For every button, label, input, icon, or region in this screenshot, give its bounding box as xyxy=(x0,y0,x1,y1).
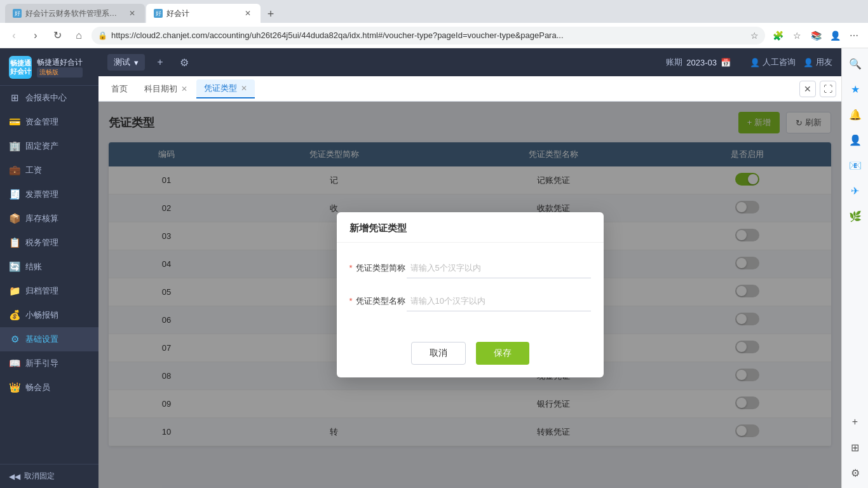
settings-icon: ⚙ xyxy=(9,334,20,345)
browser-tab-2-favicon: 好 xyxy=(154,9,163,18)
right-outlook-icon[interactable]: 📧 xyxy=(845,155,865,175)
sidebar-label-dashboard: 会报表中心 xyxy=(25,92,67,104)
right-search-icon[interactable]: 🔍 xyxy=(845,53,865,74)
new-tab-button[interactable]: + xyxy=(262,5,280,23)
sidebar-cancel-fixed[interactable]: ◀◀ 取消固定 xyxy=(0,464,98,488)
browser-tab-1[interactable]: 好 好会计云财务软件管理系统_会计 ✕ xyxy=(5,4,145,23)
browser-tab-1-favicon: 好 xyxy=(13,9,22,18)
toolbar-actions: 🧩 ☆ 📚 👤 ⋯ xyxy=(769,27,863,44)
sidebar-item-dashboard[interactable]: ⊞ 会报表中心 xyxy=(0,86,98,110)
extensions-button[interactable]: 🧩 xyxy=(769,27,787,44)
form-row-name: * 凭证类型名称 xyxy=(349,291,591,311)
favorites-button[interactable]: ☆ xyxy=(788,27,806,44)
browser-toolbar: ‹ › ↻ ⌂ 🔒 https://cloud2.chanjet.com/acc… xyxy=(0,23,868,48)
sidebar-item-capital[interactable]: 💳 资金管理 xyxy=(0,110,98,134)
abbr-label: * 凭证类型简称 xyxy=(349,262,407,274)
sidebar-label-inventory: 库存核算 xyxy=(25,213,58,224)
payroll-icon: 💼 xyxy=(9,165,20,176)
browser-chrome: 好 好会计云财务软件管理系统_会计 ✕ 好 好会计 ✕ + ‹ › ↻ ⌂ 🔒 … xyxy=(0,0,868,48)
inventory-icon: 📦 xyxy=(9,213,20,224)
add-voucher-type-modal: 新增凭证类型 * 凭证类型简称 * xyxy=(337,212,604,377)
period-calendar-icon[interactable]: 📅 xyxy=(721,58,731,67)
tab-voucher-type-close[interactable]: ✕ xyxy=(241,84,247,93)
consult-label: 人工咨询 xyxy=(763,57,796,68)
profile-button[interactable]: 👤 xyxy=(826,27,844,44)
tab-subject-period[interactable]: 科目期初 ✕ xyxy=(137,79,195,98)
sidebar-label-member: 畅会员 xyxy=(25,382,50,393)
sidebar-label-tax: 税务管理 xyxy=(25,237,58,248)
sidebar-item-checkout[interactable]: 🔄 结账 xyxy=(0,255,98,279)
collections-button[interactable]: 📚 xyxy=(807,27,825,44)
add-company-button[interactable]: + xyxy=(151,53,169,71)
right-icon-2[interactable]: 🔔 xyxy=(845,104,865,125)
sidebar-item-member[interactable]: 👑 畅会员 xyxy=(0,376,98,400)
top-bar: 测试 ▾ + ⚙ 账期 2023-03 📅 👤 人工咨询 👤 用友 xyxy=(98,48,841,76)
content-area: 凭证类型 + 新增 ↻ 刷新 编码 凭证类型简称 凭证类型名称 是否启用 xyxy=(98,102,841,488)
right-add-icon[interactable]: + xyxy=(845,412,865,432)
sidebar-item-expense[interactable]: 💰 小畅报销 xyxy=(0,303,98,327)
name-required-marker: * xyxy=(349,296,353,306)
sidebar-label-guide: 新手引导 xyxy=(25,358,58,369)
refresh-button[interactable]: ↻ xyxy=(48,27,66,44)
save-button[interactable]: 保存 xyxy=(476,342,529,365)
right-purple-icon[interactable]: 👤 xyxy=(845,130,865,150)
tab-expand-panel-button[interactable]: ⛶ xyxy=(820,81,836,97)
sidebar-item-archive[interactable]: 📁 归档管理 xyxy=(0,279,98,303)
right-blue-icon-3[interactable]: ✈ xyxy=(845,180,865,201)
sidebar-item-invoice[interactable]: 🧾 发票管理 xyxy=(0,182,98,207)
abbr-input[interactable] xyxy=(407,258,591,278)
tab-home[interactable]: 首页 xyxy=(104,79,135,98)
sidebar-label-fixed-assets: 固定资产 xyxy=(25,140,58,152)
sidebar-item-fixed-assets[interactable]: 🏢 固定资产 xyxy=(0,134,98,158)
tab-voucher-type[interactable]: 凭证类型 ✕ xyxy=(196,79,255,98)
company-selector[interactable]: 测试 ▾ xyxy=(107,54,145,71)
browser-tab-1-close[interactable]: ✕ xyxy=(127,8,137,18)
sidebar-label-checkout: 结账 xyxy=(25,261,42,273)
sidebar-item-tax[interactable]: 📋 税务管理 xyxy=(0,231,98,255)
checkout-icon: 🔄 xyxy=(9,261,20,273)
modal-header: 新增凭证类型 xyxy=(337,212,604,243)
sidebar-item-guide[interactable]: 📖 新手引导 xyxy=(0,351,98,376)
user-profile-button[interactable]: 👤 用友 xyxy=(803,57,832,68)
bookmark-star-icon[interactable]: ☆ xyxy=(750,30,759,41)
form-row-abbr: * 凭证类型简称 xyxy=(349,258,591,278)
settings-gear-button[interactable]: ⚙ xyxy=(175,53,193,71)
right-settings-icon[interactable]: ⚙ xyxy=(845,463,865,483)
right-grid-icon[interactable]: ⊞ xyxy=(845,437,865,458)
logo-badge: 流畅版 xyxy=(37,67,83,78)
name-label: * 凭证类型名称 xyxy=(349,295,407,307)
forward-button[interactable]: › xyxy=(27,27,44,44)
logo-icon: 畅捷通好会计 xyxy=(9,56,32,79)
user-avatar-icon: 👤 xyxy=(803,58,813,67)
right-green-icon[interactable]: 🌿 xyxy=(845,206,865,226)
back-button[interactable]: ‹ xyxy=(5,27,23,44)
home-button[interactable]: ⌂ xyxy=(70,27,88,44)
sidebar-label-archive: 归档管理 xyxy=(25,285,58,297)
browser-tab-2[interactable]: 好 好会计 ✕ xyxy=(146,4,261,23)
address-bar[interactable]: 🔒 https://cloud2.chanjet.com/accounting/… xyxy=(92,27,765,44)
consult-icon: 👤 xyxy=(750,58,760,67)
browser-tab-2-title: 好会计 xyxy=(166,8,239,19)
sidebar-item-settings[interactable]: ⚙ 基础设置 xyxy=(0,327,98,351)
name-input[interactable] xyxy=(407,291,591,311)
sidebar-item-payroll[interactable]: 💼 工资 xyxy=(0,158,98,182)
sidebar-label-capital: 资金管理 xyxy=(25,116,58,128)
invoice-icon: 🧾 xyxy=(9,189,20,200)
period-value: 2023-03 xyxy=(686,58,717,67)
sidebar-label-invoice: 发票管理 xyxy=(25,189,58,200)
cancel-fixed-icon: ◀◀ xyxy=(9,472,20,481)
cancel-button[interactable]: 取消 xyxy=(411,342,466,365)
consult-button[interactable]: 👤 人工咨询 xyxy=(750,57,796,68)
archive-icon: 📁 xyxy=(9,285,20,297)
right-blue-icon-1[interactable]: ★ xyxy=(845,79,865,99)
menu-button[interactable]: ⋯ xyxy=(845,27,863,44)
sidebar-item-inventory[interactable]: 📦 库存核算 xyxy=(0,207,98,231)
right-sidebar: 🔍 ★ 🔔 👤 📧 ✈ 🌿 + ⊞ ⚙ xyxy=(841,48,868,488)
browser-tab-2-close[interactable]: ✕ xyxy=(243,8,253,18)
sidebar: 畅捷通好会计 畅捷通好合计 流畅版 ⊞ 会报表中心 💳 资金管理 🏢 固定资产 … xyxy=(0,48,98,488)
company-dropdown-icon: ▾ xyxy=(134,58,139,67)
app-container: 畅捷通好会计 畅捷通好合计 流畅版 ⊞ 会报表中心 💳 资金管理 🏢 固定资产 … xyxy=(0,48,868,488)
tab-close-panel-button[interactable]: ✕ xyxy=(799,81,816,97)
member-icon: 👑 xyxy=(9,382,20,393)
tab-subject-period-close[interactable]: ✕ xyxy=(181,85,187,93)
